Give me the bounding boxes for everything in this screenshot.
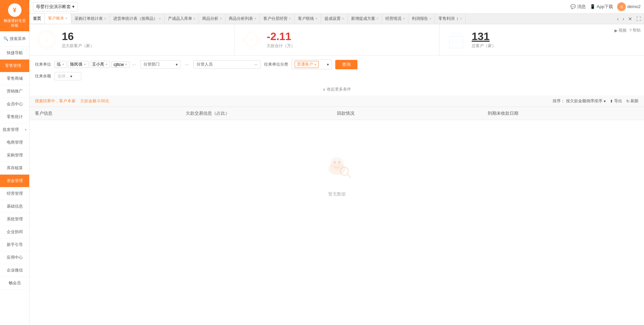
topbar-left: 母婴行业演示帐套 ▾ (33, 2, 78, 11)
topbar: 母婴行业演示帐套 ▾ 💬 消息 📱 App下载 d demo2 (30, 0, 644, 13)
tab-close-customer-contact[interactable]: × (315, 17, 317, 21)
tabbar: 首页 客户账本 × 采购订单统计表 × 进货单统计表（按商品） × 产成品入库单… (30, 13, 644, 24)
stat-icon-customers: ¥ (36, 30, 56, 50)
video-icon: ▶ (614, 28, 617, 33)
unit-tag-wu-close[interactable]: × (62, 63, 64, 66)
topbar-right: 💬 消息 📱 App下载 d demo2 (570, 2, 641, 11)
stat-content-customers: 16 总欠款客户（家） (62, 31, 94, 49)
stat-content-debt-amount: -2.11 欠款合计（万） (267, 31, 295, 49)
download-icon: 📱 (590, 4, 595, 9)
user-profile-button[interactable]: d demo2 (617, 2, 641, 11)
tab-close-all-button[interactable]: ✕ (627, 15, 634, 23)
sort-select[interactable]: 排序： 按欠款金额倒序排序 ▾ (553, 98, 606, 104)
video-help-button[interactable]: ▶ 视频 (614, 28, 627, 33)
sidebar-item-zero-retail-mgmt[interactable]: 零售管理 ▾ (0, 60, 29, 72)
dept-filter-more[interactable]: ··· (184, 62, 190, 68)
tab-close-new-raise-plan[interactable]: × (377, 17, 379, 21)
results-info: 搜索结果中，客户 0 家 欠款金额 0.00元 (35, 98, 109, 104)
tab-next-button[interactable]: › (621, 15, 626, 23)
unit-tag-wang-close[interactable]: × (105, 63, 108, 66)
tab-close-product-instock[interactable]: × (194, 17, 196, 21)
sidebar-item-batch-mgmt[interactable]: 批发管理 ▾ (0, 123, 29, 136)
sidebar-item-ecom-mgmt[interactable]: 电商管理 (0, 136, 29, 149)
tab-product-analysis-list[interactable]: 商品分析列表 × (225, 14, 260, 24)
svg-point-11 (333, 161, 336, 164)
unit-filter-tags: 伍 × 陈民强 × 王小亮 × cjttcw × ··· (54, 61, 137, 68)
search-menu-button[interactable]: 🔍 搜索菜单 (2, 34, 27, 44)
tab-close-instock-stats[interactable]: × (159, 17, 161, 21)
unit-tag-wu: 伍 × (54, 61, 67, 68)
sidebar-item-zero-retail-mall[interactable]: 零售商城 (0, 72, 29, 85)
sidebar-item-enterprise-wechat[interactable]: 企业微信 (0, 264, 29, 277)
tab-profit-report[interactable]: 利润报告 × (409, 14, 435, 24)
collapse-row: ∧ 收起更多条件 (35, 83, 639, 96)
query-button[interactable]: 查询 (335, 60, 357, 69)
stat-help-area: ▶ 视频 ? 帮助 (614, 28, 641, 33)
sidebar-item-member-plus[interactable]: 畅会员 (0, 277, 29, 290)
stat-content-total-customers: 131 总客户（家） (472, 31, 496, 49)
person-filter-select[interactable]: 分管人员 ··· (194, 60, 261, 69)
collapse-button[interactable]: ∧ 收起更多条件 (320, 85, 354, 94)
tab-retail-profit[interactable]: 零售利润（ × (435, 14, 466, 24)
tab-customer-contact[interactable]: 客户联络 × (295, 14, 321, 24)
tab-purchase-order-stats[interactable]: 采购订单统计表 × (71, 14, 110, 24)
sidebar-item-app-center[interactable]: 应用中心 (0, 251, 29, 264)
balance-filter-input[interactable]: 选择... ▾ (54, 72, 81, 80)
sidebar-item-marketing-promo[interactable]: 营销推广 (0, 85, 29, 98)
logo-icon: ¥ (8, 3, 22, 17)
sidebar-item-member-center[interactable]: 会员中心 (0, 98, 29, 111)
svg-point-12 (338, 161, 341, 164)
tab-customer-tier-ops[interactable]: 客户分层经营 × (260, 14, 295, 24)
dept-filter-select[interactable]: 分管部门 ▾ (140, 60, 181, 69)
sidebar-item-inventory-check[interactable]: 库存核算 (0, 162, 29, 175)
tab-close-purchase-order-stats[interactable]: × (104, 17, 106, 21)
unit-tag-cjttcw-close[interactable]: × (125, 63, 127, 66)
sidebar-item-enterprise-collab[interactable]: 企业协同 (0, 226, 29, 239)
tab-instock-stats-by-product[interactable]: 进货单统计表（按商品） × (110, 14, 165, 24)
stat-total-customers: 131 总客户（家） ▶ 视频 ? 帮助 (439, 24, 644, 55)
sidebar-item-quick-nav[interactable]: 快捷导航 (0, 47, 29, 60)
sidebar-item-new-user-guide[interactable]: 新手引导 (0, 239, 29, 251)
category-filter-select[interactable]: 普通客户 × ▾ (292, 60, 332, 69)
sidebar-item-ops-mgmt[interactable]: 经营管理 (0, 187, 29, 200)
tab-close-ops-situation[interactable]: × (403, 17, 405, 21)
tab-close-product-analysis-list[interactable]: × (254, 17, 256, 21)
empty-state-icon (320, 147, 354, 187)
tab-close-customer-accounts[interactable]: × (66, 16, 68, 20)
tab-customer-accounts[interactable]: 客户账本 × (45, 13, 71, 24)
sidebar-logo[interactable]: ¥ 畅捷通好生意 标版 (0, 0, 29, 31)
tab-close-product-analysis[interactable]: × (220, 17, 222, 21)
tab-new-raise-plan[interactable]: 新增提成方案 × (348, 14, 382, 24)
tab-ops-situation[interactable]: 经营情况 × (382, 14, 409, 24)
sidebar-item-purchase-mgmt[interactable]: 采购管理 (0, 149, 29, 162)
tab-product-instock[interactable]: 产成品入库单 × (165, 14, 199, 24)
tab-close-profit-report[interactable]: × (429, 17, 431, 21)
industry-selector[interactable]: 母婴行业演示帐套 ▾ (33, 2, 78, 11)
export-button[interactable]: ⬆ 导出 (610, 98, 622, 104)
unit-tag-chen-close[interactable]: × (84, 63, 86, 66)
message-button[interactable]: 💬 消息 (570, 4, 586, 10)
category-tag-close[interactable]: × (314, 63, 316, 67)
sidebar-item-sys-mgmt[interactable]: 系统管理 (0, 213, 29, 226)
empty-state: 暂无数据 (30, 120, 644, 224)
tab-home[interactable]: 首页 (30, 14, 45, 24)
app-download-button[interactable]: 📱 App下载 (590, 4, 613, 10)
chevron-down-icon-sort: ▾ (604, 99, 606, 104)
chevron-down-icon-person: ··· (254, 62, 258, 67)
tab-prev-button[interactable]: ‹ (615, 15, 620, 23)
refresh-button[interactable]: ↻ 刷新 (626, 98, 639, 104)
tab-raise-settings[interactable]: 提成设置 × (321, 14, 348, 24)
tab-close-raise-settings[interactable]: × (342, 17, 344, 21)
sidebar-item-basic-info[interactable]: 基础信息 (0, 200, 29, 213)
filter-row-1: 往来单位 伍 × 陈民强 × 王小亮 × cjttcw (35, 60, 639, 69)
tab-fullscreen-button[interactable]: ⛶ (635, 15, 643, 23)
tab-close-retail-profit[interactable]: × (460, 17, 462, 21)
unit-tag-more[interactable]: ··· (131, 62, 137, 68)
sidebar-item-capital-mgmt[interactable]: 资金管理 (0, 175, 29, 187)
help-button[interactable]: ? 帮助 (629, 28, 641, 33)
tab-product-analysis[interactable]: 商品分析 × (199, 14, 225, 24)
stat-label-total-debt-amount: 欠款合计（万） (267, 43, 295, 49)
chevron-down-icon-dept: ▾ (176, 62, 178, 67)
sidebar-item-zero-retail-stats[interactable]: 零售统计 (0, 111, 29, 123)
tab-close-customer-tier-ops[interactable]: × (289, 17, 291, 21)
